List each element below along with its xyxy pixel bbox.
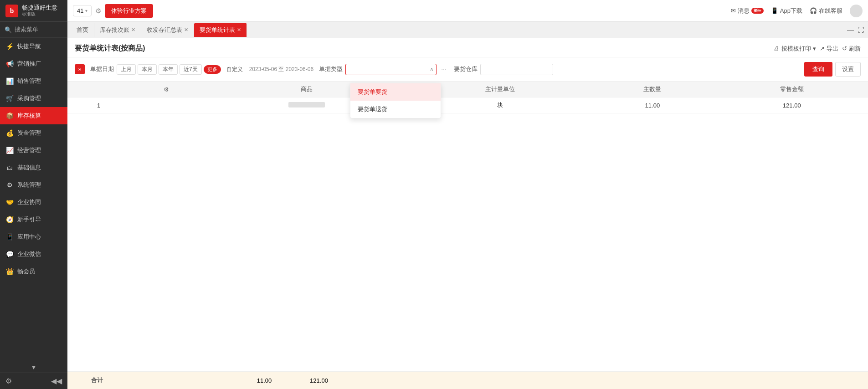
tab-receive-summary[interactable]: 收发存汇总表 ✕	[141, 23, 194, 37]
date-btn-last-month[interactable]: 上月	[117, 64, 136, 75]
print-btn[interactable]: 🖨 按模板打印 ▾	[774, 45, 816, 53]
tab-inventory-batch[interactable]: 库存批次账 ✕	[94, 23, 141, 37]
sidebar-item-label: 快捷导航	[17, 42, 41, 51]
tab-label: 库存批次账	[100, 26, 129, 34]
tab-minimize-icon[interactable]: —	[847, 26, 854, 34]
refresh-btn[interactable]: ↺ 刷新	[842, 45, 861, 53]
messages-btn[interactable]: ✉ 消息 99+	[731, 7, 764, 15]
sidebar-item-marketing[interactable]: 📢 营销推广	[0, 55, 67, 72]
col-settings[interactable]: ⚙	[130, 82, 202, 97]
sidebar-item-label: 基础信息	[17, 164, 41, 172]
topbar: 41 ▾ ⚙ 体验行业方案 ✉ 消息 99+ 📱 App下载 🎧 在线客服	[67, 0, 868, 22]
date-label: 单据日期	[90, 65, 114, 73]
avatar[interactable]	[850, 5, 863, 17]
topbar-gear-icon[interactable]: ⚙	[95, 7, 101, 15]
dropdown-item-order-goods[interactable]: 要货单要货	[350, 83, 441, 101]
operations-icon: 📈	[5, 146, 14, 154]
sidebar-item-operations[interactable]: 📈 经营管理	[0, 142, 67, 159]
topbar-org-dropdown[interactable]: 41 ▾	[73, 5, 92, 16]
sidebar-item-quick-nav[interactable]: ⚡ 快捷导航	[0, 38, 67, 55]
settings-icon[interactable]: ⚙	[164, 86, 169, 93]
inventory-icon: 📦	[5, 112, 14, 120]
doc-type-input[interactable]	[345, 64, 437, 75]
sidebar-item-label: 系统管理	[17, 181, 41, 189]
settings-icon[interactable]: ⚙	[5, 377, 12, 385]
finance-icon: 💰	[5, 129, 14, 137]
warehouse-input[interactable]	[480, 64, 553, 75]
more-filters-btn[interactable]: ···	[439, 65, 448, 74]
sidebar-item-label: 营销推广	[17, 60, 41, 68]
page-title: 要货单统计表(按商品)	[75, 44, 145, 53]
sidebar-search[interactable]: 🔍 搜索菜单	[0, 22, 67, 38]
date-btn-last-7[interactable]: 近7天	[180, 64, 202, 75]
app-download-label: App下载	[780, 7, 802, 15]
member-icon: 👑	[5, 267, 14, 276]
export-label: 导出	[827, 45, 838, 53]
col-amount: 零售金额	[715, 82, 868, 97]
sidebar-item-member[interactable]: 👑 畅会员	[0, 263, 67, 280]
sidebar-footer: ⚙ ◀◀	[0, 373, 67, 389]
sidebar-item-purchase[interactable]: 🛒 采购管理	[0, 90, 67, 107]
tabs-bar: 首页 库存批次账 ✕ 收发存汇总表 ✕ 要货单统计表 ✕ — ⛶	[67, 22, 868, 38]
cell-quantity: 11.00	[589, 97, 715, 113]
filter-actions: 查询 设置	[804, 62, 861, 77]
online-service-btn[interactable]: 🎧 在线客服	[810, 7, 842, 15]
guide-icon: 🧭	[5, 215, 14, 224]
sidebar-item-basic-info[interactable]: 🗂 基础信息	[0, 159, 67, 176]
tab-label: 首页	[77, 26, 88, 34]
doc-type-filter: 单据类型 ∧ ···	[319, 64, 448, 75]
online-service-label: 在线客服	[819, 7, 842, 15]
chevron-up-icon[interactable]: ∧	[430, 66, 434, 72]
phone-icon: 📱	[771, 7, 778, 14]
sidebar-item-label: 企业协同	[17, 198, 41, 206]
close-icon[interactable]: ✕	[237, 27, 241, 33]
filter-row: » 单据日期 上月 本月 本年 近7天 更多 自定义 2023-05-06 至 …	[67, 57, 868, 82]
date-btn-this-year[interactable]: 本年	[159, 64, 178, 75]
sidebar-item-guide[interactable]: 🧭 新手引导	[0, 211, 67, 228]
warehouse-filter: 要货仓库	[454, 64, 553, 75]
tabs-right: — ⛶	[847, 26, 864, 34]
page-header: 要货单统计表(按商品) 🖨 按模板打印 ▾ ↗ 导出 ↺ 刷新	[67, 38, 868, 57]
doc-type-input-wrapper: ∧	[345, 64, 437, 75]
trial-btn[interactable]: 体验行业方案	[105, 4, 153, 18]
date-btn-more[interactable]: 更多	[204, 65, 221, 74]
sidebar-item-sales[interactable]: 📊 销售管理	[0, 72, 67, 90]
date-btn-this-month[interactable]: 本月	[138, 64, 157, 75]
refresh-label: 刷新	[849, 45, 861, 53]
sidebar-item-wechat[interactable]: 💬 企业微信	[0, 246, 67, 263]
product-placeholder	[288, 102, 325, 107]
footer-quantity: 11.00	[237, 377, 292, 384]
main-area: 41 ▾ ⚙ 体验行业方案 ✉ 消息 99+ 📱 App下载 🎧 在线客服 首页	[67, 0, 868, 389]
sidebar-item-inventory[interactable]: 📦 库存核算	[0, 107, 67, 124]
topbar-right: ✉ 消息 99+ 📱 App下载 🎧 在线客服	[731, 5, 863, 17]
app-download-btn[interactable]: 📱 App下载	[771, 7, 802, 15]
close-icon[interactable]: ✕	[131, 27, 135, 33]
doc-type-label: 单据类型	[319, 65, 343, 73]
messages-badge: 99+	[751, 8, 764, 14]
col-quantity: 主数量	[589, 82, 715, 97]
tab-home[interactable]: 首页	[71, 23, 94, 37]
service-icon: 🎧	[810, 7, 817, 14]
chevron-down-icon: ▾	[813, 45, 816, 52]
app-logo-icon: b	[5, 5, 18, 17]
sidebar-item-label: 采购管理	[17, 94, 41, 102]
query-btn[interactable]: 查询	[804, 62, 832, 77]
export-icon: ↗	[820, 45, 825, 52]
date-btns: 上月 本月 本年 近7天 更多 自定义	[117, 64, 247, 75]
export-btn[interactable]: ↗ 导出	[820, 45, 838, 53]
sidebar-item-app-center[interactable]: 📱 应用中心	[0, 228, 67, 246]
tab-maximize-icon[interactable]: ⛶	[858, 26, 864, 34]
enterprise-icon: 🤝	[5, 198, 14, 206]
sidebar-item-finance[interactable]: 💰 资金管理	[0, 124, 67, 142]
collapse-icon[interactable]: ◀◀	[51, 377, 62, 385]
date-btn-custom[interactable]: 自定义	[223, 65, 247, 74]
filter-expand-btn[interactable]: »	[75, 64, 85, 74]
settings-btn[interactable]: 设置	[835, 62, 861, 77]
print-icon: 🖨	[774, 45, 780, 52]
sidebar-scroll-down[interactable]: ▼	[0, 362, 67, 373]
dropdown-item-return-goods[interactable]: 要货单退货	[350, 101, 441, 118]
sidebar-item-enterprise[interactable]: 🤝 企业协同	[0, 194, 67, 211]
close-icon[interactable]: ✕	[184, 27, 188, 33]
tab-order-stats[interactable]: 要货单统计表 ✕	[194, 23, 247, 37]
sidebar-item-system[interactable]: ⚙ 系统管理	[0, 176, 67, 194]
